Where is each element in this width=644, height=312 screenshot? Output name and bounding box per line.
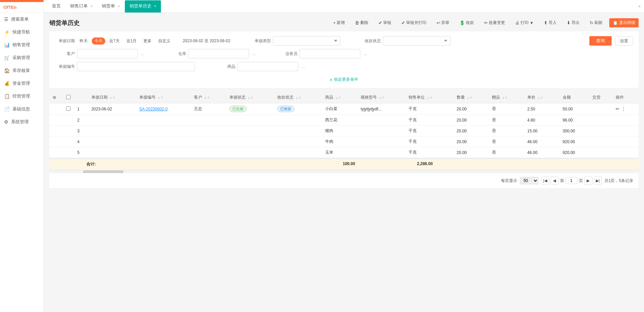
actions-cell bbox=[612, 147, 639, 158]
date-range-text: 2023-06-02 至 2023-06-02 bbox=[183, 38, 230, 44]
date-tag-custom[interactable]: 自定义 bbox=[156, 37, 173, 45]
spec-model-cell bbox=[357, 126, 405, 136]
more-action-btn[interactable]: ⋮ bbox=[621, 106, 626, 111]
prev-page-button[interactable]: ◀ bbox=[551, 177, 559, 185]
customer-th[interactable]: 客户 ▲▼ bbox=[191, 92, 226, 103]
doc-type-select[interactable] bbox=[273, 36, 340, 46]
settings-th[interactable]: ⚙ bbox=[49, 92, 63, 103]
audit-print-button[interactable]: ✔ 审核并打印 bbox=[398, 18, 430, 27]
sidebar-item-quick-nav[interactable]: ⚡ 快捷导航 bbox=[0, 26, 44, 38]
salesperson-input[interactable] bbox=[300, 49, 360, 58]
audit-button[interactable]: ✔ 审核 bbox=[375, 18, 395, 27]
refresh-button[interactable]: ↻ 刷新 bbox=[586, 18, 606, 27]
close-sales-order-icon[interactable]: × bbox=[90, 4, 92, 8]
amount-th: 金额 bbox=[559, 92, 589, 103]
quantity-th[interactable]: 数量 ▲▼ bbox=[453, 92, 489, 103]
collect-button[interactable]: 💲 收款 bbox=[456, 18, 477, 27]
tab-sales-history[interactable]: 销货单历史 × bbox=[125, 0, 161, 12]
sidebar-item-sys-mgmt[interactable]: ⚙ 系统管理 bbox=[0, 115, 44, 128]
sort-quantity-icon: ▲▼ bbox=[467, 96, 473, 99]
more-conditions-toggle[interactable]: ∧ 收起更多条件 bbox=[55, 75, 633, 83]
spec-model-cell: tyjytjytjydf... bbox=[357, 103, 405, 115]
per-page-select[interactable]: 50 100 200 bbox=[520, 177, 538, 184]
doc-date-th[interactable]: 单据日期 ▲▼ bbox=[88, 92, 136, 103]
scrollbar-thumb[interactable] bbox=[83, 171, 123, 173]
transaction-cell bbox=[589, 147, 612, 158]
table-section: ⚙ 单据日期 ▲▼ 单据编号 ▲▼ bbox=[49, 92, 639, 173]
customer-cell bbox=[191, 136, 226, 147]
amount-cell: 96.00 bbox=[559, 115, 589, 126]
sidebar-item-basic-info[interactable]: 📄 基础信息 bbox=[0, 103, 44, 115]
sidebar-item-search-menu[interactable]: ☰ 搜索菜单 bbox=[0, 13, 44, 26]
sidebar-item-sales-mgmt[interactable]: 📊 销售管理 bbox=[0, 38, 44, 51]
payment-status-select[interactable] bbox=[383, 36, 450, 46]
footer-docno-cell bbox=[117, 159, 157, 170]
date-tag-7days[interactable]: 近7天 bbox=[107, 37, 122, 45]
set-button[interactable]: 设置 bbox=[615, 36, 633, 46]
batch-change-button[interactable]: ✏ 批量变更 bbox=[481, 18, 508, 27]
sidebar-item-purchase-mgmt[interactable]: 🛒 采购管理 bbox=[0, 51, 44, 64]
show-detail-button[interactable]: 📋 显示明细 bbox=[609, 18, 639, 27]
footer-actions-cell bbox=[468, 159, 474, 170]
warehouse-ellipsis[interactable]: ... bbox=[251, 51, 257, 56]
unit-price-th[interactable]: 单价 ▲▼ bbox=[524, 92, 559, 103]
page-input[interactable] bbox=[565, 177, 578, 184]
filter-goods: 商品 ... bbox=[215, 62, 306, 71]
next-page-button[interactable]: ▶ bbox=[584, 177, 592, 185]
tab-sales-goods[interactable]: 销货单 × bbox=[97, 0, 124, 12]
date-tag-1month[interactable]: 近1月 bbox=[124, 37, 140, 45]
export-button[interactable]: ⬇ 导出 bbox=[563, 18, 583, 27]
table-row: 1 2023-06-02 SA-20230602-0 王总 已生效 已收款 小白… bbox=[49, 103, 639, 115]
payment-status-cell: 已收款 bbox=[274, 103, 322, 115]
payment-status-th[interactable]: 收款状态 ▲▼ bbox=[274, 92, 322, 103]
gift-th[interactable]: 赠品 ▲▼ bbox=[488, 92, 524, 103]
tab-home[interactable]: 首页 bbox=[47, 0, 65, 12]
sidebar-logo: OfTEn bbox=[0, 2, 44, 13]
new-button[interactable]: + 新增 bbox=[330, 18, 348, 27]
goods-th[interactable]: 商品 ▲▼ bbox=[322, 92, 357, 103]
payment-status-label: 收款状态 bbox=[361, 38, 381, 44]
edit-action-btn[interactable]: ✏ bbox=[616, 106, 619, 111]
first-page-button[interactable]: |◀ bbox=[541, 177, 549, 185]
row-checkbox[interactable] bbox=[66, 106, 71, 111]
goods-input[interactable] bbox=[237, 62, 298, 71]
doc-no-th[interactable]: 单据编号 ▲▼ bbox=[136, 92, 191, 103]
customer-ellipsis[interactable]: ... bbox=[140, 51, 146, 56]
query-button[interactable]: 查询 bbox=[589, 36, 612, 46]
sidebar-item-operation-mgmt[interactable]: 📋 经营管理 bbox=[0, 90, 44, 103]
quantity-cell: 20.00 bbox=[453, 103, 489, 115]
sales-unit-th[interactable]: 销售单位 ▲▼ bbox=[405, 92, 453, 103]
select-all-checkbox[interactable] bbox=[66, 95, 71, 99]
quantity-cell: 20.00 bbox=[453, 136, 489, 147]
tab-sales-order[interactable]: 销售订单 × bbox=[65, 0, 97, 12]
sidebar-item-fund-mgmt[interactable]: 💰 资金管理 bbox=[0, 77, 44, 90]
footer-specmodel-cell bbox=[272, 159, 312, 170]
close-sales-goods-icon[interactable]: × bbox=[118, 4, 120, 8]
print-button[interactable]: 🖨 打印 ▼ bbox=[512, 18, 537, 27]
doc-status-th[interactable]: 单据状态 ▲▼ bbox=[226, 92, 274, 103]
date-tag-today[interactable]: 今天 bbox=[92, 37, 105, 45]
doc-no-input[interactable] bbox=[77, 62, 195, 71]
tabs-close-all[interactable]: × bbox=[638, 4, 641, 9]
delete-button[interactable]: 🗑 删除 bbox=[352, 18, 372, 27]
spec-model-th[interactable]: 规格型号 ▲▼ bbox=[357, 92, 405, 103]
date-tag-yesterday[interactable]: 昨天 bbox=[77, 37, 90, 45]
abandon-button[interactable]: ↩ 弃审 bbox=[433, 18, 453, 27]
date-tag-more[interactable]: 更多 bbox=[141, 37, 154, 45]
chevron-up-icon: ∧ bbox=[330, 77, 333, 82]
transaction-th: 交货 bbox=[589, 92, 612, 103]
horizontal-scrollbar[interactable] bbox=[49, 170, 639, 173]
last-page-button[interactable]: ▶| bbox=[594, 177, 602, 185]
payment-status-cell bbox=[274, 126, 322, 136]
row-action-btns: ✏ ⋮ bbox=[616, 106, 635, 111]
warehouse-input[interactable] bbox=[188, 49, 249, 58]
close-sales-history-icon[interactable]: × bbox=[154, 4, 156, 8]
customer-input[interactable] bbox=[77, 49, 138, 58]
filter-doc-no: 单据编号 bbox=[55, 62, 195, 71]
goods-ellipsis[interactable]: ... bbox=[300, 64, 306, 69]
salesperson-ellipsis[interactable]: ... bbox=[362, 51, 368, 56]
sidebar-item-inventory[interactable]: 🏠 库存核算 bbox=[0, 64, 44, 77]
doc-no-link[interactable]: SA-20230602-0 bbox=[139, 107, 168, 111]
import-button[interactable]: ⬆ 导入 bbox=[540, 18, 560, 27]
sort-spec-model-icon: ▲▼ bbox=[379, 96, 385, 99]
